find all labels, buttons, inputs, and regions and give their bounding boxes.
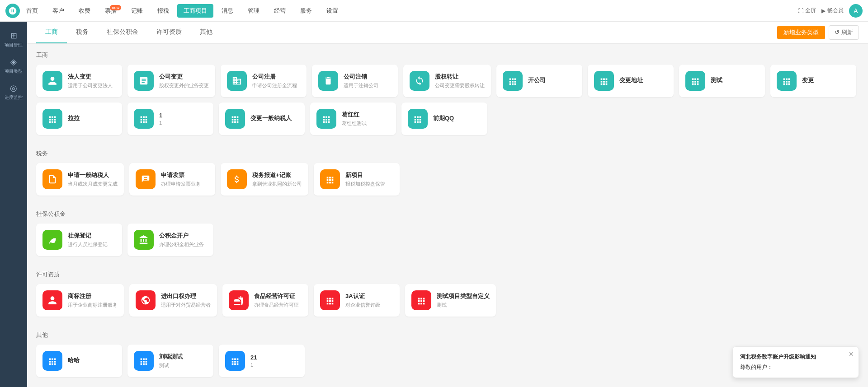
nav-item-报税[interactable]: 报税 [151, 4, 175, 18]
sidebar-label: 项目类型 [5, 69, 23, 74]
card-申请发票[interactable]: 申请发票 办理申请发票业务 [129, 163, 215, 196]
nav-item-管理[interactable]: 管理 [241, 4, 266, 18]
sidebar-label: 项目管理 [5, 42, 23, 48]
card-desc: 1 [159, 120, 207, 126]
tab-税务[interactable]: 税务 [67, 22, 98, 43]
fullscreen-btn[interactable]: ⛶ 全屏 [798, 7, 816, 14]
card-社保登记[interactable]: 社保登记 进行人员社保登记 [36, 224, 122, 256]
nav-item-收费[interactable]: 收费 [72, 4, 97, 18]
card-desc: 1 [250, 362, 298, 368]
card-title: 测试项目类型自定义 [437, 292, 490, 300]
card-商标注册[interactable]: 商标注册 用于企业商标注册服务 [36, 284, 124, 317]
card-info: 公司注册 申请公司注册全流程 [252, 73, 300, 89]
card-icon [229, 290, 249, 310]
card-title: 开公司 [528, 76, 576, 84]
nav-right: ⛶ 全屏 ▶ 畅会员 A [798, 4, 863, 18]
sidebar-icon: ◈ [10, 57, 17, 67]
card-公积金开户[interactable]: 公积金开户 办理公积金相关业务 [127, 224, 213, 256]
card-title: 公司变更 [159, 73, 209, 81]
card-葛红红[interactable]: 葛红红 葛红红测试 [310, 103, 396, 135]
card-icon [42, 109, 62, 129]
nav-item-客户[interactable]: 客户 [46, 4, 71, 18]
sidebar-icon: ◎ [10, 83, 17, 93]
card-1[interactable]: 1 1 [127, 103, 213, 135]
notification-close[interactable]: ✕ [849, 350, 854, 358]
top-nav: 首页客户收费票据new记账报税工商项目消息管理经营服务设置 ⛶ 全屏 ▶ 畅会员… [0, 0, 868, 22]
refresh-button[interactable]: ↺ 刷新 [829, 25, 859, 40]
card-desc: 测试 [437, 302, 490, 308]
card-title: 税务报道+记账 [252, 171, 302, 179]
card-税务报道+记账[interactable]: 税务报道+记账 拿到营业执照的新公司 [221, 163, 308, 196]
card-desc: 办理申请发票业务 [161, 181, 209, 187]
tab-社保公积金[interactable]: 社保公积金 [98, 22, 147, 43]
nav-item-消息[interactable]: 消息 [215, 4, 240, 18]
card-info: 前期QQ [433, 114, 481, 124]
card-desc: 拿到营业执照的新公司 [252, 181, 302, 187]
tab-许可资质[interactable]: 许可资质 [147, 22, 191, 43]
nav-item-工商项目[interactable]: 工商项目 [177, 4, 213, 18]
card-info: 申请一般纳税人 当月或次月成变更完成 [68, 171, 118, 187]
nav-item-设置[interactable]: 设置 [320, 4, 344, 18]
card-测试项目类型自定义[interactable]: 测试项目类型自定义 测试 [405, 284, 496, 317]
card-法人变更[interactable]: 法人变更 适用于公司变更法人 [36, 65, 122, 97]
card-info: 21 1 [250, 354, 298, 368]
nav-item-首页[interactable]: 首页 [20, 4, 44, 18]
card-进出口权办理[interactable]: 进出口权办理 适用于对外贸易经营者 [129, 284, 217, 317]
section-title: 社保公积金 [36, 210, 859, 218]
card-刘聪测试[interactable]: 刘聪测试 测试 [127, 345, 213, 377]
card-title: 3A认证 [345, 292, 393, 300]
card-title: 商标注册 [68, 292, 118, 300]
card-info: 1 1 [159, 112, 207, 126]
card-公司变更[interactable]: 公司变更 股权变更外的业务变更 [127, 65, 215, 97]
card-开公司[interactable]: 开公司 [496, 65, 582, 97]
card-测试[interactable]: 测试 [679, 65, 765, 97]
card-icon [318, 71, 338, 91]
card-公司注册[interactable]: 公司注册 申请公司注册全流程 [221, 65, 307, 97]
new-type-button[interactable]: 新增业务类型 [777, 26, 825, 39]
card-拉拉[interactable]: 拉拉 [36, 103, 122, 135]
card-title: 公积金开户 [159, 232, 207, 240]
card-desc: 办理公积金相关业务 [159, 241, 207, 248]
sidebar-item-项目类型[interactable]: ◈项目类型 [0, 52, 27, 79]
sidebar-item-进度监控[interactable]: ◎进度监控 [0, 79, 27, 105]
card-新项目[interactable]: 新项目 报税加税控盘保管 [314, 163, 400, 196]
card-title: 变更 [802, 76, 850, 84]
user-avatar[interactable]: A [849, 4, 863, 18]
card-icon [227, 71, 247, 91]
card-前期QQ[interactable]: 前期QQ [401, 103, 487, 135]
sections-container: 工商 法人变更 适用于公司变更法人 公司变更 股权变更外的业务变更 公司注册 申… [27, 44, 868, 377]
card-变更一般纳税人[interactable]: 变更一般纳税人 [219, 103, 305, 135]
card-变更地址[interactable]: 变更地址 [588, 65, 674, 97]
card-变更[interactable]: 变更 [770, 65, 856, 97]
nav-item-票据[interactable]: 票据new [99, 4, 123, 18]
nav-items: 首页客户收费票据new记账报税工商项目消息管理经营服务设置 [20, 4, 798, 18]
tab-工商[interactable]: 工商 [36, 22, 67, 43]
card-title: 公司注册 [252, 73, 300, 81]
card-哈哈[interactable]: 哈哈 [36, 345, 122, 377]
card-icon [42, 351, 62, 371]
card-21[interactable]: 21 1 [219, 345, 305, 377]
card-info: 法人变更 适用于公司变更法人 [68, 73, 116, 89]
card-info: 3A认证 对企业信誉评级 [345, 292, 393, 308]
card-icon [685, 71, 705, 91]
member-btn[interactable]: ▶ 畅会员 [821, 7, 844, 14]
card-食品经营许可证[interactable]: 食品经营许可证 办理食品经营许可证 [222, 284, 308, 317]
card-icon [225, 351, 245, 371]
nav-item-记账[interactable]: 记账 [125, 4, 149, 18]
card-info: 进出口权办理 适用于对外贸易经营者 [161, 292, 211, 308]
nav-item-服务[interactable]: 服务 [294, 4, 318, 18]
sidebar-item-项目管理[interactable]: ⊞项目管理 [0, 26, 27, 52]
nav-item-经营[interactable]: 经营 [268, 4, 292, 18]
section-title: 税务 [36, 149, 859, 158]
card-股权转让[interactable]: 股权转让 公司变更需要股权转让 [403, 65, 491, 97]
card-3A认证[interactable]: 3A认证 对企业信誉评级 [314, 284, 400, 317]
tab-其他[interactable]: 其他 [191, 22, 222, 43]
card-info: 申请发票 办理申请发票业务 [161, 171, 209, 187]
card-title: 公司注销 [344, 73, 392, 81]
card-title: 社保登记 [68, 232, 116, 240]
cards-grid: 社保登记 进行人员社保登记 公积金开户 办理公积金相关业务 [36, 224, 859, 256]
card-info: 商标注册 用于企业商标注册服务 [68, 292, 118, 308]
card-公司注销[interactable]: 公司注销 适用于注销公司 [312, 65, 398, 97]
card-申请一般纳税人[interactable]: 申请一般纳税人 当月或次月成变更完成 [36, 163, 124, 196]
sidebar-icon: ⊞ [10, 31, 17, 41]
